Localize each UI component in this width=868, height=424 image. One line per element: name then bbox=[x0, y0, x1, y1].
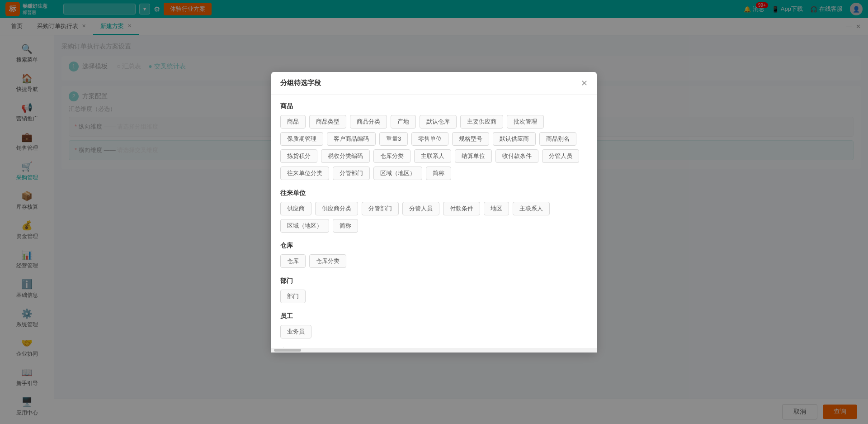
section-partner: 往来单位 供应商 供应商分类 分管部门 分管人员 付款条件 地区 主联系人 区域… bbox=[280, 189, 588, 233]
field-tag[interactable]: 保质期管理 bbox=[280, 132, 323, 146]
section-warehouse-tags: 仓库 仓库分类 bbox=[280, 254, 588, 268]
section-dept-tags: 部门 bbox=[280, 290, 588, 303]
field-tag[interactable]: 分管部门 bbox=[333, 167, 370, 180]
section-goods-title: 商品 bbox=[280, 102, 588, 110]
section-staff-tags: 业务员 bbox=[280, 325, 588, 338]
field-tag[interactable]: 业务员 bbox=[280, 325, 311, 338]
field-tag[interactable]: 分管人员 bbox=[402, 202, 439, 215]
section-staff: 员工 业务员 bbox=[280, 312, 588, 338]
modal-close-button[interactable]: ✕ bbox=[581, 78, 588, 88]
field-tag[interactable]: 地区 bbox=[484, 202, 509, 215]
modal-header: 分组待选字段 ✕ bbox=[271, 72, 597, 95]
field-tag[interactable]: 简称 bbox=[426, 167, 451, 180]
section-warehouse: 仓库 仓库 仓库分类 bbox=[280, 242, 588, 268]
section-warehouse-title: 仓库 bbox=[280, 242, 588, 250]
field-tag[interactable]: 主要供应商 bbox=[460, 115, 503, 129]
field-tag[interactable]: 结算单位 bbox=[455, 149, 492, 163]
field-tag[interactable]: 主联系人 bbox=[513, 202, 550, 215]
field-tag[interactable]: 区域（地区） bbox=[280, 219, 329, 233]
field-tag[interactable]: 重量3 bbox=[379, 132, 408, 146]
field-tag[interactable]: 仓库分类 bbox=[309, 254, 346, 268]
section-partner-title: 往来单位 bbox=[280, 189, 588, 197]
field-tag[interactable]: 供应商分类 bbox=[315, 202, 358, 215]
field-tag[interactable]: 零售单位 bbox=[411, 132, 448, 146]
field-tag[interactable]: 分管部门 bbox=[362, 202, 399, 215]
field-tag[interactable]: 区域（地区） bbox=[373, 167, 422, 180]
field-tag[interactable]: 仓库分类 bbox=[373, 149, 410, 163]
section-staff-title: 员工 bbox=[280, 312, 588, 320]
field-tag[interactable]: 客户商品编码 bbox=[327, 132, 376, 146]
field-tag[interactable]: 简称 bbox=[333, 219, 358, 233]
modal-body: 商品 商品 商品类型 商品分类 产地 默认仓库 主要供应商 批次管理 保质期管理… bbox=[271, 95, 597, 348]
field-tag[interactable]: 批次管理 bbox=[507, 115, 544, 129]
field-tag[interactable]: 拣货积分 bbox=[280, 149, 317, 163]
modal-title: 分组待选字段 bbox=[280, 79, 321, 87]
field-tag[interactable]: 税收分类编码 bbox=[321, 149, 370, 163]
field-tag[interactable]: 部门 bbox=[280, 290, 306, 303]
section-partner-tags: 供应商 供应商分类 分管部门 分管人员 付款条件 地区 主联系人 区域（地区） … bbox=[280, 202, 588, 233]
field-tag[interactable]: 商品分类 bbox=[350, 115, 387, 129]
field-tag[interactable]: 收付款条件 bbox=[495, 149, 538, 163]
field-tag[interactable]: 分管人员 bbox=[542, 149, 579, 163]
section-dept: 部门 部门 bbox=[280, 277, 588, 303]
field-tag[interactable]: 默认仓库 bbox=[420, 115, 457, 129]
field-tag[interactable]: 供应商 bbox=[280, 202, 311, 215]
field-tag[interactable]: 仓库 bbox=[280, 254, 306, 268]
field-tag[interactable]: 主联系人 bbox=[414, 149, 451, 163]
section-goods: 商品 商品 商品类型 商品分类 产地 默认仓库 主要供应商 批次管理 保质期管理… bbox=[280, 102, 588, 180]
field-tag[interactable]: 规格型号 bbox=[452, 132, 489, 146]
field-tag[interactable]: 商品 bbox=[280, 115, 306, 129]
field-tag[interactable]: 付款条件 bbox=[443, 202, 480, 215]
modal-dialog: 分组待选字段 ✕ 商品 商品 商品类型 商品分类 产地 默认仓库 主要供应商 批… bbox=[271, 72, 597, 353]
modal-horizontal-scrollbar[interactable] bbox=[271, 348, 597, 353]
field-tag[interactable]: 产地 bbox=[391, 115, 416, 129]
section-goods-tags: 商品 商品类型 商品分类 产地 默认仓库 主要供应商 批次管理 保质期管理 客户… bbox=[280, 115, 588, 180]
field-tag[interactable]: 商品类型 bbox=[309, 115, 346, 129]
field-tag[interactable]: 默认供应商 bbox=[493, 132, 536, 146]
section-dept-title: 部门 bbox=[280, 277, 588, 285]
modal-overlay: 分组待选字段 ✕ 商品 商品 商品类型 商品分类 产地 默认仓库 主要供应商 批… bbox=[0, 0, 868, 424]
field-tag[interactable]: 往来单位分类 bbox=[280, 167, 329, 180]
field-tag[interactable]: 商品别名 bbox=[539, 132, 576, 146]
